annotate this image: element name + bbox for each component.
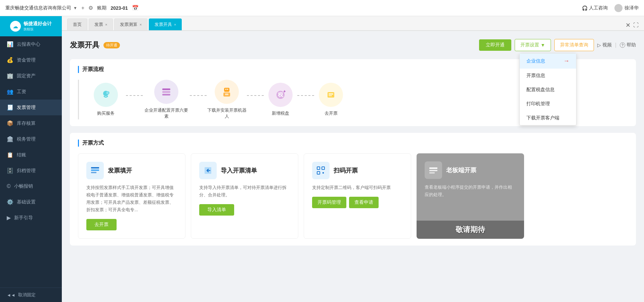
sidebar-item-xiaochang[interactable]: © 小畅报销 [0,179,62,194]
sidebar-item-fapiaoguanli[interactable]: 🧾 发票管理 [0,100,62,115]
svg-text:+: + [106,91,108,95]
sidebar-item-gongzi[interactable]: 👥 工资 [0,84,62,100]
zijin-icon: 💰 [7,57,13,63]
tab-fapiaokaiju-label: 发票开具 [155,22,172,28]
svg-rect-22 [322,167,325,169]
svg-text:税: 税 [277,91,284,98]
flow-step-go-invoice: 去开票 [314,83,348,116]
scan-invoice-view-btn[interactable]: 查看申请 [349,197,379,208]
svg-rect-21 [317,167,320,169]
flow-step-add-tax-disk: 税+ 新增税盘 [264,83,297,116]
fill-invoice-icon [86,162,104,179]
yunbao-icon: 📊 [7,41,13,47]
import-invoice-btn[interactable]: 导入清单 [199,204,234,216]
svg-rect-4 [162,91,170,93]
config-enterprise-icon [154,80,178,104]
add-company-icon[interactable]: + [81,5,84,11]
pending-badge: 待开通 [103,42,120,48]
tab-fapiaocesuani-close[interactable]: × [139,23,141,27]
config-enterprise-label: 企业开通配置开票六要素 [144,107,188,119]
sidebar-item-jiezhang[interactable]: 📋 结账 [0,147,62,163]
sidebar-item-gudingzichan[interactable]: 🏢 固定资产 [0,68,62,84]
settings-dropdown-button[interactable]: 开票设置 ▼ [515,39,551,51]
svg-rect-27 [429,172,435,174]
sidebar-item-yunbao[interactable]: 📊 云报表中心 [0,36,62,52]
sidebar-logo: ☁ 畅捷通好会计 旗舰版 [0,16,62,36]
svg-rect-10 [225,93,228,95]
method-cards: 发票填开 支持按照发票样式手工填开发票；可开具增值税电子普通发票、增值税普通发票… [78,153,628,239]
settings-btn-label: 开票设置 [520,42,539,48]
dropdown-item-invoice-info[interactable]: 开票信息 [520,69,576,83]
sidebar-item-xinshou[interactable]: ▶ 新手引导 [0,210,62,226]
sidebar-item-jichu[interactable]: ⚙️ 基础设置 [0,194,62,210]
sidebar-item-zijin[interactable]: 💰 资金管理 [0,52,62,68]
svg-text:+: + [283,89,286,94]
tab-close-panel-icon[interactable]: ✕ [626,22,631,29]
dropdown-item-enterprise-info[interactable]: 企业信息 → [520,53,576,69]
activate-button[interactable]: 立即开通 [479,39,511,51]
buy-service-label: 购买服务 [97,110,115,116]
scan-invoice-code-btn[interactable]: 开票码管理 [312,197,346,208]
dropdown-item-printer[interactable]: 打印机管理 [520,97,576,111]
fill-invoice-btn[interactable]: 去开票 [86,219,117,230]
abnormal-list-button[interactable]: 异常清单查询 [554,39,594,51]
support-btn[interactable]: 🎧 人工咨询 [582,5,608,11]
jiezhang-icon: 📋 [7,152,13,158]
username-label: 徐泽华 [625,5,639,11]
svg-rect-3 [162,88,170,90]
sidebar-item-kucun[interactable]: 📦 库存核算 [0,115,62,131]
dropdown-item-download-client[interactable]: 下载开票客户端 [520,111,576,125]
logo-subtitle: 旗舰版 [24,27,52,32]
company-dropdown-icon[interactable]: ▼ [73,6,77,10]
download-robot-label: 下载并安装开票机器人 [207,107,247,119]
svg-rect-26 [429,170,437,171]
tab-fapiao[interactable]: 发票 × [89,18,113,30]
connector-3 [247,95,264,96]
headset-icon: 🎧 [582,5,588,11]
svg-rect-5 [162,94,170,96]
fill-invoice-card: 发票填开 支持按照发票样式手工填开发票；可开具增值税电子普通发票、增值税普通发票… [78,153,185,239]
dropdown-item-tax-disk[interactable]: 配置税盘信息 [520,83,576,97]
tab-fapiaokaiju[interactable]: 发票开具 × [149,18,182,30]
content-area: 首页 发票 × 发票测算 × 发票开具 × ✕ ⛶ [62,16,644,302]
go-invoice-icon [319,83,343,107]
help-button[interactable]: ? 帮助 [620,42,636,48]
flow-step-config-enterprise: 企业开通配置开票六要素 [143,80,190,119]
video-button[interactable]: ▷ 视频 [597,42,612,48]
method-section-title: 开票方式 [78,140,628,147]
import-invoice-card: 导入开票清单 支持导入待开票清单，可对待开票清单进行拆分、合并处理。 导入清单 [191,153,298,239]
guidan-icon: 🗄️ [7,167,13,174]
tab-fapiao-close[interactable]: × [105,23,107,27]
tab-fapiaocesuani[interactable]: 发票测算 × [114,18,147,30]
tab-home-label: 首页 [73,22,82,27]
scan-invoice-title: 扫码开票 [334,166,358,175]
xinshou-icon: ▶ [7,215,11,221]
fapiaoguanli-icon: 🧾 [7,104,13,111]
period-label: 账期 [97,5,106,11]
page-header: 发票开具 待开通 立即开通 开票设置 ▼ 异常清单查询 ▷ [70,39,636,51]
settings-icon[interactable]: ⚙ [88,5,93,11]
jichu-icon: ⚙️ [7,199,13,205]
tab-home[interactable]: 首页 [67,18,87,30]
import-invoice-title: 导入开票清单 [221,166,257,175]
import-invoice-desc: 支持导入待开票清单，可对待开票清单进行拆分、合并处理。 [199,184,290,199]
user-btn[interactable]: 徐泽华 [614,4,639,12]
svg-rect-16 [329,95,332,96]
svg-rect-19 [91,172,96,173]
sidebar-item-shuiwu[interactable]: 🏛️ 税务管理 [0,131,62,147]
boss-invoice-card: 老板端开票 查看老板端小程序提交的开票申请，并作出相应的处理。 敬请期待 [417,153,524,239]
sidebar-item-guidan[interactable]: 🗄️ 归档管理 [0,163,62,179]
xiaochang-icon: © [7,183,11,189]
svg-rect-15 [329,93,333,95]
flow-step-buy-service: + 购买服务 [86,83,126,116]
tab-bar: 首页 发票 × 发票测算 × 发票开具 × ✕ ⛶ [62,16,644,31]
sidebar-bottom-action[interactable]: ◄◄ 取消固定 [0,288,62,302]
flow-step-download-robot: 下载并安装开票机器人 [207,80,247,119]
calendar-icon[interactable]: 📅 [132,5,139,11]
tab-expand-icon[interactable]: ⛶ [633,22,639,28]
tab-fapiaokaiju-close[interactable]: × [174,23,176,27]
svg-rect-23 [317,172,320,174]
svg-rect-8 [227,89,228,90]
gongzi-icon: 👥 [7,88,13,95]
add-tax-disk-label: 新增税盘 [272,110,289,116]
